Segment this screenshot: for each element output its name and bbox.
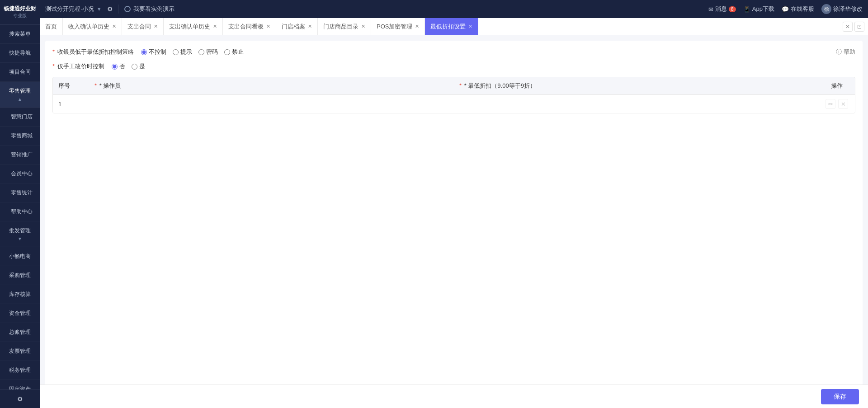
tabbar: 首页 收入确认单历史 ✕ 支出合同 ✕ 支出确认单历史 ✕ 支出合同看板 ✕ 门… [40,18,868,35]
radio-no[interactable]: 否 [112,62,125,70]
message-button[interactable]: ✉ 消息 8 [708,5,736,13]
message-badge: 8 [729,6,736,12]
project-name: 测试分开完程·小况 [45,5,94,13]
tab-expand-button[interactable]: ⊡ [854,22,864,32]
radio-forbid-input[interactable] [224,49,230,55]
sidebar-item-retail-mall-label: 零售商城 [11,132,33,140]
sidebar-item-ecommerce[interactable]: 小畅电商 [0,247,40,266]
online-support-label: 在线客服 [791,5,814,13]
radio-no-input[interactable] [112,64,118,70]
help-link[interactable]: ⓘ 帮助 [836,48,855,56]
sidebar-item-tax[interactable]: 税务管理 [0,361,40,380]
app-logo: 畅捷通好业财 专业版 [0,0,40,25]
tab-pos-password[interactable]: POS加密管理 ✕ [371,18,425,35]
tab-store-product[interactable]: 门店商品目录 ✕ [318,18,371,35]
sidebar-item-smart-store-label: 智慧门店 [11,113,33,121]
sidebar-item-help[interactable]: 帮助中心 [0,202,40,221]
project-selector[interactable]: 测试分开完程·小况 ▼ [45,5,102,13]
table-row: 1 ✏ ✕ [53,95,855,113]
sidebar-item-invoice[interactable]: 发票管理 [0,342,40,361]
radio-no-control[interactable]: 不控制 [141,48,166,56]
tab-home[interactable]: 首页 [40,18,63,35]
tab-payment-board-close[interactable]: ✕ [266,23,270,29]
help-icon: ⓘ [836,48,842,56]
radio-no-control-input[interactable] [141,49,147,55]
sidebar-item-ecommerce-label: 小畅电商 [9,253,31,260]
user-profile[interactable]: 徐 徐泽华修改 [821,4,863,14]
sidebar-item-marketing-label: 营销推广 [11,151,33,159]
sidebar-item-inventory[interactable]: 库存核算 [0,285,40,304]
tab-store-profile-close[interactable]: ✕ [308,23,312,29]
radio-forbid[interactable]: 禁止 [224,48,244,56]
wholesale-arrow: ▼ [18,236,22,241]
sidebar-item-ledger[interactable]: 总账管理 [0,323,40,342]
discount-table: 序号 * * 操作员 * * 最低折扣（9.00等于9折） 操作 [52,77,855,113]
radio-remind-input[interactable] [173,49,179,55]
radio-yes[interactable]: 是 [132,62,145,70]
logo-title: 畅捷通好业财 [4,5,36,13]
radio-password-input[interactable] [198,49,204,55]
radio-password[interactable]: 密码 [198,48,218,56]
tab-payment-contract-close[interactable]: ✕ [154,23,158,29]
sidebar-item-wholesale-label: 批发管理 [9,227,31,234]
sidebar-item-member[interactable]: 会员中心 [0,164,40,183]
tab-payment-confirm-close[interactable]: ✕ [213,23,217,29]
sidebar-item-project[interactable]: 项目合同 [0,63,40,82]
settings-icon[interactable]: ⚙ [17,395,23,403]
tab-store-profile[interactable]: 门店档案 ✕ [276,18,318,35]
radio-password-label: 密码 [206,48,218,56]
sidebar-item-help-label: 帮助中心 [11,208,33,216]
sidebar-item-assets[interactable]: 固定资产 [0,380,40,389]
sidebar-item-tax-label: 税务管理 [9,366,31,374]
sidebar-item-purchase[interactable]: 采购管理 [0,266,40,285]
col-discount: * * 最低折扣（9.00等于9折） [454,77,819,94]
radio-yes-label: 是 [139,62,145,70]
tab-close-button[interactable]: ✕ [843,22,853,32]
demo-label: 我要看实例演示 [133,5,175,13]
radio-no-label: 否 [119,62,125,70]
td-seq: 1 [53,97,89,111]
tab-min-discount-close[interactable]: ✕ [468,23,472,29]
tab-pos-password-close[interactable]: ✕ [415,23,419,29]
tab-min-discount[interactable]: 最低折扣设置 ✕ [425,18,478,35]
sidebar-item-capital-label: 资金管理 [9,310,31,317]
tab-payment-confirm[interactable]: 支出确认单历史 ✕ [164,18,223,35]
sidebar-item-wholesale[interactable]: 批发管理 ▼ [0,221,40,247]
tab-payment-contract-label: 支出合同 [127,23,151,31]
sidebar-item-marketing[interactable]: 营销推广 [0,145,40,164]
radio-yes-input[interactable] [132,64,137,70]
sidebar-settings[interactable]: ⚙ [0,389,40,408]
demo-button[interactable]: 我要看实例演示 [124,5,175,13]
app-download-button[interactable]: 📱 App下载 [743,5,774,13]
save-button[interactable]: 保存 [821,389,859,404]
tab-income-confirm-close[interactable]: ✕ [112,23,116,29]
tab-payment-contract[interactable]: 支出合同 ✕ [122,18,164,35]
row-edit-btn[interactable]: ✏ [826,99,835,109]
required-star-2: * [52,63,55,70]
tab-income-confirm[interactable]: 收入确认单历史 ✕ [63,18,122,35]
sidebar-item-invoice-label: 发票管理 [9,347,31,355]
row-delete-btn[interactable]: ✕ [838,99,848,109]
sidebar-item-retail-stats[interactable]: 零售统计 [0,183,40,202]
tab-store-product-close[interactable]: ✕ [361,23,365,29]
sidebar-item-project-label: 项目合同 [9,68,31,76]
sidebar-item-member-label: 会员中心 [11,170,33,178]
sidebar-item-shortcut[interactable]: 快捷导航 [0,44,40,63]
tab-min-discount-label: 最低折扣设置 [430,23,466,31]
col-seq-label: 序号 [58,82,70,89]
retail-arrow: ▲ [18,97,22,102]
username: 徐泽华修改 [833,5,863,13]
sidebar-item-ledger-label: 总账管理 [9,328,31,336]
topbar-settings-icon[interactable]: ⚙ [107,5,113,13]
tab-payment-board[interactable]: 支出合同看板 ✕ [223,18,276,35]
sidebar-item-smart-store[interactable]: 智慧门店 [0,108,40,127]
sidebar-item-retail-mall[interactable]: 零售商城 [0,127,40,145]
user-avatar: 徐 [821,4,831,14]
online-support-button[interactable]: 💬 在线客服 [782,5,814,13]
message-label: 消息 [715,5,727,13]
sidebar-item-search[interactable]: 搜索菜单 [0,25,40,44]
radio-remind[interactable]: 提示 [173,48,192,56]
sidebar-item-capital[interactable]: 资金管理 [0,304,40,323]
col-discount-label: * 最低折扣（9.00等于9折） [464,82,536,89]
sidebar-item-retail[interactable]: 零售管理 ▲ [0,82,40,108]
